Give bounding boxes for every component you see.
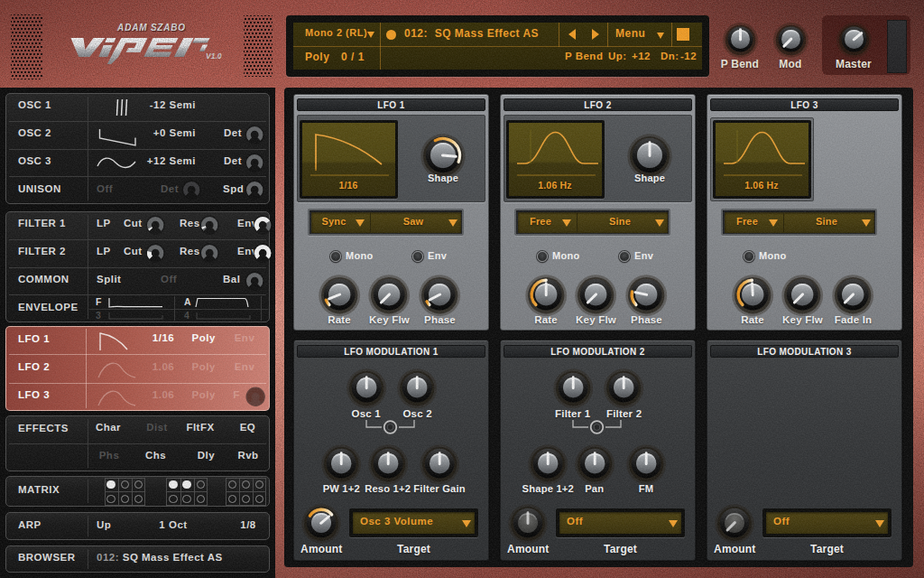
svg-text:V1.0: V1.0 bbox=[206, 51, 222, 61]
